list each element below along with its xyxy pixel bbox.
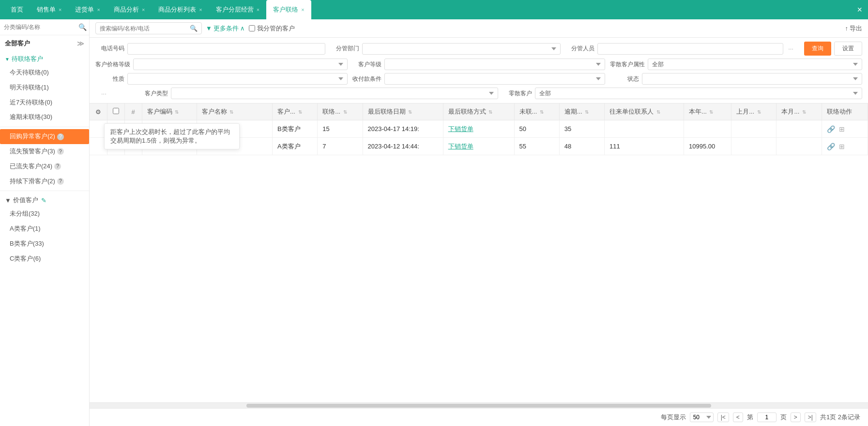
page-label: 第	[747, 413, 753, 422]
sidebar-item-ungroup[interactable]: 未分组(32)	[0, 206, 89, 221]
row1-grid-icon[interactable]: ⊞	[839, 125, 845, 133]
h-scrollbar-thumb[interactable]	[246, 404, 711, 408]
gear-icon[interactable]: ⚙	[95, 108, 101, 116]
sidebar-item-overdue[interactable]: 逾期未联络(30)	[0, 110, 89, 125]
filter-person-label: 分管人员	[565, 44, 594, 53]
col-code-sort[interactable]: ⇅	[175, 109, 179, 115]
filter-customer-type-select[interactable]	[171, 88, 498, 99]
nav-sales-close[interactable]: ×	[59, 7, 61, 13]
row2-method-link[interactable]: 下销货单	[448, 143, 473, 150]
sidebar-waiting-section[interactable]: ▼ 待联络客户	[0, 52, 89, 65]
sidebar-item-b-class[interactable]: B类客户(33)	[0, 236, 89, 251]
filter-phone-label: 电话号码	[95, 44, 124, 53]
sidebar-collapse-icon[interactable]: ≫	[77, 40, 84, 47]
row1-method-link[interactable]: 下销货单	[448, 125, 473, 132]
filter-payment: 收付款条件	[352, 73, 605, 85]
filter-row-4: ··· 客户类型 零散客户 全部	[95, 88, 862, 99]
row2-link-icon[interactable]: 🔗	[827, 143, 835, 150]
row2-grid-icon[interactable]: ⊞	[839, 143, 845, 150]
search-icon[interactable]: 🔍	[190, 25, 198, 32]
nav-customer-contact-close[interactable]: ×	[301, 7, 304, 13]
page-prev-btn[interactable]: <	[733, 412, 743, 422]
sidebar-item-declining[interactable]: 持续下滑客户(2) ?	[0, 174, 89, 189]
filter-payment-label: 收付款条件	[352, 75, 381, 83]
all-customers-label: 全部客户	[5, 39, 30, 48]
settings-button[interactable]: 设置	[834, 42, 862, 56]
more-conditions-label: 更多条件	[213, 24, 239, 33]
select-all-checkbox[interactable]	[113, 108, 119, 114]
nav-home[interactable]: 首页	[4, 0, 30, 19]
col-overdue-sort[interactable]: ⇅	[585, 109, 589, 115]
row2-actions: 🔗 ⊞	[822, 138, 868, 155]
col-unit-contact-sort[interactable]: ⇅	[656, 109, 660, 115]
row1-action-icons: 🔗 ⊞	[827, 125, 863, 133]
waiting-arrow-icon: ▼	[5, 57, 10, 62]
pagination-bar: 每页显示 20 50 100 200 |< < 第 页 > >| 共1页 2条记…	[90, 408, 868, 426]
filter-nature-select[interactable]	[127, 73, 348, 85]
sidebar-all-customers[interactable]: 全部客户 ≫	[0, 35, 89, 52]
more-conditions-btn[interactable]: ▼ 更多条件 ∧	[206, 24, 245, 33]
my-customer-checkbox[interactable]	[249, 25, 255, 31]
nav-purchase-close[interactable]: ×	[97, 7, 100, 13]
nav-customer-layer-close[interactable]: ×	[257, 7, 259, 13]
nav-product-analysis[interactable]: 商品分析 ×	[107, 0, 152, 19]
nav-customer-contact[interactable]: 客户联络 ×	[266, 0, 311, 19]
nav-customer-layer[interactable]: 客户分层经营 ×	[209, 0, 266, 19]
export-button[interactable]: ↑ 导出	[845, 24, 863, 33]
page-first-btn[interactable]: |<	[717, 412, 729, 422]
filter-phone-input[interactable]	[127, 43, 325, 55]
query-button[interactable]: 查询	[804, 42, 831, 56]
sidebar-item-c-class[interactable]: C类客户(6)	[0, 251, 89, 266]
my-customer-checkbox-container[interactable]: 我分管的客户	[249, 24, 295, 33]
close-all-tabs[interactable]: ×	[857, 5, 862, 15]
filter-row4-dots[interactable]: ···	[99, 90, 108, 97]
page-input[interactable]	[757, 412, 777, 422]
col-contact-sort[interactable]: ⇅	[343, 109, 347, 115]
col-not-contact-sort[interactable]: ⇅	[540, 109, 544, 115]
page-size-select[interactable]: 20 50 100 200	[690, 412, 714, 422]
col-last-month-sort[interactable]: ⇅	[757, 109, 761, 115]
sidebar-value-section[interactable]: ▼ 价值客户 ✎	[0, 193, 89, 206]
filter-status: 状态	[610, 73, 862, 85]
col-action: 联络动作	[822, 103, 868, 120]
sidebar-item-lost-warning[interactable]: 流失预警客户(3) ?	[0, 144, 89, 159]
nav-sales[interactable]: 销售单 ×	[30, 0, 68, 19]
col-gear[interactable]: ⚙	[90, 103, 107, 120]
filter-zero-customer-select[interactable]: 全部	[535, 88, 862, 99]
sidebar-item-already-lost[interactable]: 已流失客户(24) ?	[0, 159, 89, 174]
h-scrollbar[interactable]	[90, 402, 868, 408]
sidebar-item-7days[interactable]: 近7天待联络(0)	[0, 95, 89, 110]
col-last-method-sort[interactable]: ⇅	[488, 109, 492, 115]
sidebar-search-input[interactable]	[4, 24, 76, 30]
sidebar-item-tomorrow[interactable]: 明天待联络(1)	[0, 80, 89, 95]
nav-product-list[interactable]: 商品分析列表 ×	[152, 0, 209, 19]
filter-price-level-select[interactable]	[133, 59, 348, 70]
filter-customer-level-select[interactable]	[384, 59, 605, 70]
filter-payment-select[interactable]	[384, 73, 605, 85]
col-last-date-sort[interactable]: ⇅	[408, 109, 412, 115]
value-edit-icon[interactable]: ✎	[41, 197, 46, 204]
filter-zero-attr-select[interactable]: 全部	[648, 59, 862, 70]
page-next-btn[interactable]: >	[791, 412, 801, 422]
col-type-sort[interactable]: ⇅	[298, 109, 302, 115]
col-this-year-sort[interactable]: ⇅	[709, 109, 713, 115]
row1-overdue: 35	[559, 120, 604, 138]
filter-person-input[interactable]	[597, 43, 783, 55]
page-last-btn[interactable]: >|	[805, 412, 816, 422]
col-name-sort[interactable]: ⇅	[229, 109, 233, 115]
filter-status-select[interactable]	[642, 73, 862, 85]
filter-dept-select[interactable]	[362, 43, 560, 55]
sidebar-item-rebuy-abnormal[interactable]: 回购异常客户(2) ?	[0, 129, 89, 144]
nav-purchase[interactable]: 进货单 ×	[68, 0, 107, 19]
search-input[interactable]	[100, 25, 188, 32]
sidebar-item-today[interactable]: 今天待联络(0)	[0, 65, 89, 80]
nav-product-list-close[interactable]: ×	[199, 7, 202, 13]
per-page-label: 每页显示	[661, 413, 686, 422]
sidebar-item-a-class[interactable]: A类客户(1)	[0, 221, 89, 236]
filter-person-dots[interactable]: ···	[786, 45, 795, 52]
col-this-month-sort[interactable]: ⇅	[802, 109, 806, 115]
nav-product-analysis-close[interactable]: ×	[142, 7, 145, 13]
sidebar-search-icon[interactable]: 🔍	[78, 23, 87, 31]
row1-link-icon[interactable]: 🔗	[827, 125, 835, 133]
filter-price-level: 客户价格等级	[95, 59, 348, 70]
